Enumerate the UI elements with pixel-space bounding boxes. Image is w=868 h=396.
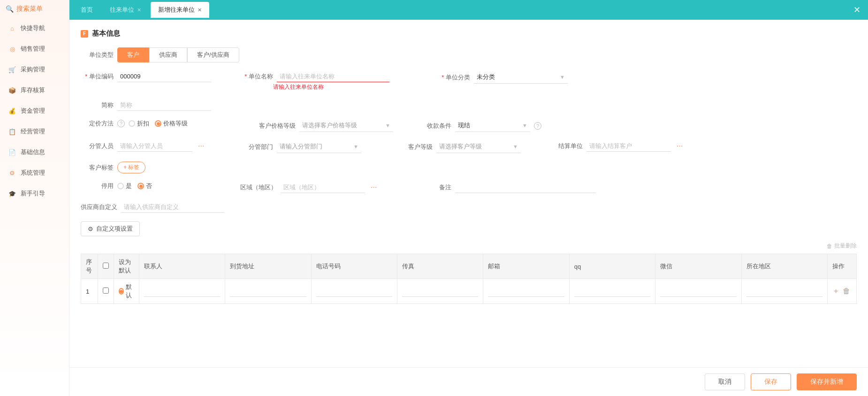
disabled-radio-no-label: 否 [146, 182, 152, 190]
sidebar-item-sales[interactable]: ◎ 销售管理 [0, 39, 69, 59]
batch-delete-btn[interactable]: 🗑 批量删除 [827, 242, 857, 250]
cell-wechat[interactable] [655, 279, 741, 304]
disabled-radio-yes[interactable]: 是 [117, 182, 132, 190]
save-button[interactable]: 保存 [751, 373, 791, 390]
add-row-btn[interactable]: + [832, 287, 839, 295]
add-tag-btn[interactable]: + 标签 [117, 162, 145, 173]
finance-icon: 💰 [8, 106, 17, 116]
region-table-input[interactable] [746, 286, 822, 297]
pricing-method-help-icon[interactable]: ? [117, 120, 125, 127]
sidebar-item-quick-nav[interactable]: ⌂ 快捷导航 [0, 18, 69, 39]
manager-input[interactable] [117, 140, 192, 152]
customer-level-placeholder: 请选择客户等级 [439, 142, 511, 151]
delete-row-btn[interactable]: 🗑 [841, 287, 852, 295]
email-input[interactable] [488, 286, 564, 297]
sidebar-item-system[interactable]: ⚙ 系统管理 [0, 163, 69, 183]
unit-code-label: 单位编码 [81, 72, 114, 81]
unit-name-input[interactable] [277, 71, 389, 82]
pricing-radio-group: 折扣 价格等级 [129, 119, 188, 128]
disabled-radio-no[interactable]: 否 [137, 182, 152, 190]
remark-input[interactable] [455, 182, 596, 193]
cancel-button[interactable]: 取消 [705, 373, 745, 390]
tab-bar-close-btn[interactable]: ✕ [850, 3, 864, 17]
unit-category-group: 单位分类 未分类 ▼ [437, 71, 857, 84]
unit-category-select[interactable]: 未分类 ▼ [474, 71, 568, 84]
search-icon: 🔍 [6, 5, 14, 13]
address-input[interactable] [230, 286, 306, 297]
sidebar-item-operation[interactable]: 📋 经营管理 [0, 121, 69, 142]
tab-partner[interactable]: 往来单位 ✕ [102, 2, 149, 18]
payment-terms-select[interactable]: 现结 ▼ [455, 119, 530, 132]
pricing-radio-level[interactable]: 价格等级 [155, 119, 188, 128]
department-select[interactable]: 请输入分管部门 ▼ [277, 140, 361, 153]
tab-new-partner[interactable]: 新增往来单位 ✕ [151, 2, 209, 18]
save-new-button[interactable]: 保存并新增 [797, 373, 857, 390]
tab-new-partner-label: 新增往来单位 [158, 6, 195, 14]
pricing-radio-discount[interactable]: 折扣 [129, 119, 149, 128]
unit-btn-both[interactable]: 客户/供应商 [187, 47, 239, 62]
row-checkbox[interactable] [103, 287, 109, 294]
table-row: 1 默认 [81, 279, 857, 304]
default-label: 默认 [126, 283, 134, 300]
radio-no-circle [137, 183, 144, 189]
sidebar-item-purchase[interactable]: 🛒 采购管理 [0, 59, 69, 80]
unit-code-group: 单位编码 [81, 71, 240, 82]
manager-more-btn[interactable]: ··· [196, 142, 206, 150]
cell-address[interactable] [225, 279, 311, 304]
payment-terms-help-icon[interactable]: ? [534, 122, 541, 130]
settlement-unit-more-btn[interactable]: ··· [675, 142, 685, 150]
unit-category-label: 单位分类 [437, 73, 470, 82]
cell-qq[interactable] [569, 279, 655, 304]
sidebar-item-inventory[interactable]: 📦 库存核算 [0, 80, 69, 101]
tab-partner-label: 往来单位 [110, 6, 134, 14]
sidebar-item-label: 销售管理 [21, 45, 45, 53]
tag-row: 客户标签 + 标签 [81, 162, 857, 173]
sidebar-item-basic[interactable]: 📄 基础信息 [0, 142, 69, 163]
settlement-unit-group: 结算单位 ··· [550, 140, 857, 152]
cell-fax[interactable] [397, 279, 483, 304]
sidebar-item-guide[interactable]: 🎓 新手引导 [0, 183, 69, 204]
cell-phone[interactable] [311, 279, 397, 304]
col-region: 所在地区 [741, 254, 827, 279]
unit-btn-supplier[interactable]: 供应商 [149, 47, 187, 62]
cell-default: 默认 [114, 279, 139, 304]
short-name-group: 简称 [81, 100, 240, 111]
unit-category-value: 未分类 [477, 73, 558, 81]
region-group: 区域（地区） ··· [240, 182, 419, 193]
region-input[interactable] [281, 182, 365, 193]
sidebar-search[interactable]: 🔍 搜索菜单 [0, 0, 69, 18]
unit-code-input[interactable] [117, 71, 211, 82]
region-more-btn[interactable]: ··· [369, 183, 379, 192]
cell-region[interactable] [741, 279, 827, 304]
supplier-custom-label: 供应商自定义 [81, 203, 117, 211]
table-select-all[interactable] [103, 263, 109, 269]
settlement-unit-input[interactable] [586, 140, 671, 152]
short-name-label: 简称 [81, 101, 114, 109]
supplier-custom-input[interactable] [121, 202, 224, 213]
tab-home[interactable]: 首页 [73, 2, 100, 18]
customer-level-select[interactable]: 请选择客户等级 ▼ [436, 140, 521, 153]
supplier-custom-group: 供应商自定义 [81, 202, 268, 213]
customer-price-level-select[interactable]: 请选择客户价格等级 ▼ [299, 119, 393, 132]
fax-input[interactable] [402, 286, 478, 297]
pricing-method-label: 定价方法 [81, 119, 114, 128]
cell-contact[interactable] [139, 279, 225, 304]
tab-partner-close[interactable]: ✕ [137, 7, 141, 13]
unit-name-group: 单位名称 请输入往来单位名称 [240, 71, 437, 91]
short-name-input[interactable] [117, 100, 211, 111]
phone-input[interactable] [316, 286, 392, 297]
home-icon: ⌂ [8, 23, 17, 33]
cell-email[interactable] [483, 279, 569, 304]
default-radio[interactable]: 默认 [119, 283, 134, 300]
col-email: 邮箱 [483, 254, 569, 279]
contact-input[interactable] [144, 286, 220, 297]
col-default: 设为默认 [114, 254, 139, 279]
sidebar-item-finance[interactable]: 💰 资金管理 [0, 101, 69, 121]
custom-settings-btn[interactable]: ⚙ 自定义项设置 [81, 221, 140, 236]
wechat-input[interactable] [660, 286, 736, 297]
qq-input[interactable] [574, 286, 650, 297]
inventory-icon: 📦 [8, 85, 17, 95]
guide-icon: 🎓 [8, 189, 17, 198]
tab-new-partner-close[interactable]: ✕ [198, 7, 202, 13]
unit-btn-customer[interactable]: 客户 [117, 47, 149, 62]
